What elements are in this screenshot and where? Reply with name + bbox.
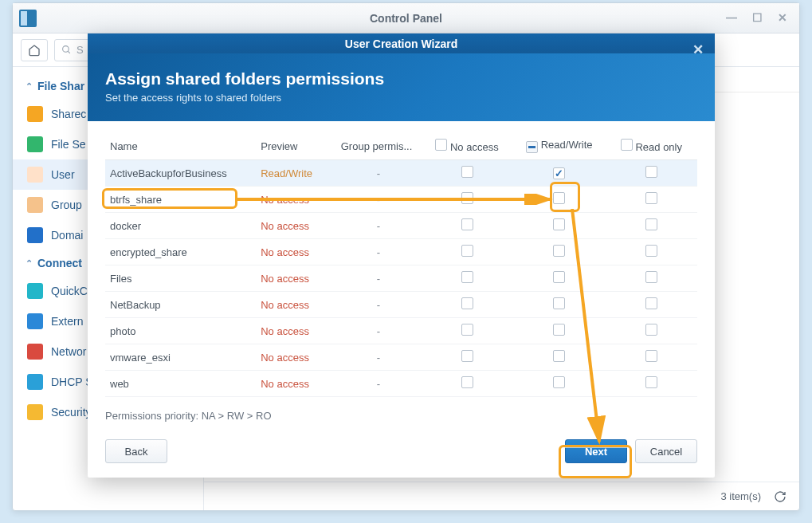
checkbox-readonly[interactable] <box>645 245 657 257</box>
folder-group-perm: - <box>336 213 422 239</box>
folder-preview: No access <box>256 265 336 292</box>
back-button[interactable]: Back <box>105 439 167 463</box>
folder-group-perm: - <box>336 239 422 265</box>
folder-group-perm: - <box>336 318 422 344</box>
checkbox-noaccess[interactable] <box>461 297 473 309</box>
col-group[interactable]: Group permis... <box>336 132 422 160</box>
folder-row[interactable]: encrypted_shareNo access- <box>105 239 697 265</box>
folder-group-perm: - <box>336 292 422 318</box>
window-title: Control Panel <box>13 12 799 25</box>
checkbox-readonly[interactable] <box>645 271 657 283</box>
folder-row[interactable]: photoNo access- <box>105 318 697 344</box>
app-icon <box>19 10 37 27</box>
search-placeholder: S <box>76 44 84 56</box>
checkbox-readwrite[interactable] <box>553 376 565 388</box>
col-preview[interactable]: Preview <box>256 132 336 160</box>
folder-name: web <box>105 371 256 397</box>
svg-point-0 <box>63 46 69 53</box>
next-button[interactable]: Next <box>565 439 627 463</box>
folder-preview: No access <box>256 292 336 318</box>
modal-close-button[interactable]: ✕ <box>689 41 707 58</box>
checkbox-readonly[interactable] <box>645 218 657 230</box>
checkbox-readonly[interactable] <box>645 297 657 309</box>
folder-name: Files <box>105 265 256 292</box>
folder-preview: No access <box>256 213 336 239</box>
checkbox-noaccess[interactable] <box>461 376 473 388</box>
checkbox-readonly-all[interactable] <box>621 139 633 151</box>
modal-subheading: Set the access rights to shared folders <box>105 92 697 104</box>
folder-preview: No access <box>256 187 336 213</box>
checkbox-noaccess[interactable] <box>461 218 473 230</box>
checkbox-readonly[interactable] <box>645 166 657 178</box>
checkbox-readonly[interactable] <box>645 324 657 336</box>
folder-row[interactable]: vmware_esxiNo access- <box>105 344 697 371</box>
modal-title: User Creation Wizard <box>345 37 457 50</box>
col-readonly[interactable]: Read only <box>606 132 697 160</box>
titlebar: Control Panel — ☐ ✕ <box>13 3 799 33</box>
modal-header: Assign shared folders permissions Set th… <box>88 53 715 121</box>
search-icon <box>61 45 72 55</box>
checkbox-readonly[interactable] <box>645 192 657 204</box>
home-button[interactable] <box>21 39 48 61</box>
checkbox-noaccess[interactable] <box>461 271 473 283</box>
svg-line-1 <box>68 51 70 53</box>
folder-row[interactable]: FilesNo access- <box>105 265 697 292</box>
col-name[interactable]: Name <box>105 132 256 160</box>
folder-name: encrypted_share <box>105 239 256 265</box>
folder-row[interactable]: ActiveBackupforBusinessRead/Write- <box>105 160 697 187</box>
folder-row[interactable]: dockerNo access- <box>105 213 697 239</box>
checkbox-readonly[interactable] <box>645 350 657 362</box>
folder-name: vmware_esxi <box>105 344 256 371</box>
folder-group-perm: - <box>336 344 422 371</box>
folder-row[interactable]: btrfs_shareNo access- <box>105 187 697 213</box>
close-button[interactable]: ✕ <box>772 10 793 26</box>
folder-name: docker <box>105 213 256 239</box>
folder-row[interactable]: webNo access- <box>105 371 697 397</box>
checkbox-readonly[interactable] <box>645 376 657 388</box>
folder-name: ActiveBackupforBusiness <box>105 160 256 187</box>
footer: 3 item(s) <box>204 482 799 510</box>
checkbox-readwrite[interactable] <box>553 297 565 309</box>
minimize-button[interactable]: — <box>721 10 742 26</box>
checkbox-noaccess[interactable] <box>461 324 473 336</box>
folder-group-perm: - <box>336 265 422 292</box>
checkbox-readwrite[interactable] <box>553 271 565 283</box>
checkbox-noaccess[interactable] <box>461 192 473 204</box>
folder-group-perm: - <box>336 160 422 187</box>
folder-name: NetBackup <box>105 292 256 318</box>
checkbox-readwrite[interactable] <box>553 350 565 362</box>
folder-name: btrfs_share <box>105 187 256 213</box>
checkbox-readwrite[interactable] <box>553 218 565 230</box>
cancel-button[interactable]: Cancel <box>635 439 697 463</box>
folder-group-perm: - <box>336 371 422 397</box>
modal-heading: Assign shared folders permissions <box>105 69 697 88</box>
user-creation-wizard: User Creation Wizard ✕ Assign shared fol… <box>88 33 715 478</box>
modal-titlebar: User Creation Wizard ✕ <box>88 33 715 53</box>
col-noaccess[interactable]: No access <box>421 132 512 160</box>
checkbox-readwrite[interactable] <box>553 245 565 257</box>
folder-preview: No access <box>256 344 336 371</box>
priority-note: Permissions priority: NA > RW > RO <box>105 397 697 427</box>
checkbox-noaccess[interactable] <box>461 166 473 178</box>
folder-row[interactable]: NetBackupNo access- <box>105 292 697 318</box>
permissions-table: Name Preview Group permis... No access R… <box>105 132 697 397</box>
checkbox-noaccess-all[interactable] <box>435 139 447 151</box>
col-readwrite[interactable]: Read/Write <box>513 132 606 160</box>
folder-group-perm: - <box>336 187 422 213</box>
checkbox-readwrite[interactable] <box>553 167 565 179</box>
checkbox-noaccess[interactable] <box>461 245 473 257</box>
maximize-button[interactable]: ☐ <box>747 10 767 26</box>
folder-preview: No access <box>256 318 336 344</box>
item-count: 3 item(s) <box>720 490 761 502</box>
checkbox-readwrite-all[interactable] <box>526 141 538 153</box>
checkbox-noaccess[interactable] <box>461 350 473 362</box>
folder-name: photo <box>105 318 256 344</box>
folder-preview: No access <box>256 239 336 265</box>
checkbox-readwrite[interactable] <box>553 192 565 204</box>
folder-preview: No access <box>256 371 336 397</box>
refresh-icon[interactable] <box>774 490 787 503</box>
home-icon <box>28 44 41 57</box>
checkbox-readwrite[interactable] <box>553 324 565 336</box>
folder-preview: Read/Write <box>256 160 336 187</box>
